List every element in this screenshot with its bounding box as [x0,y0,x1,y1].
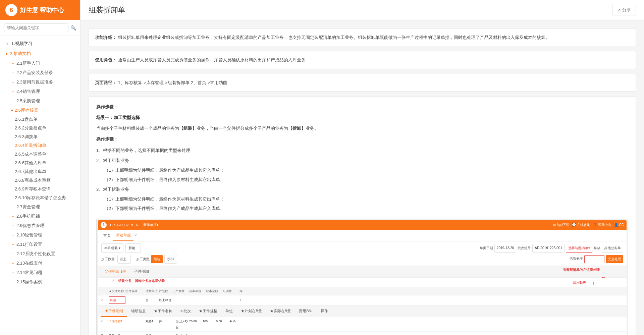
mock-tab-current: 新建单据 [113,230,133,241]
nav-item-finance[interactable]: ＋2.7资金管理 [0,202,80,212]
sidebar: 6 好生意 帮助中心 🔍 ＋ 1.视频学习 ● 2.帮助文档 ＋2.1新手入门 [0,0,80,335]
cr2-check: ☑ [101,333,109,335]
cr2-total: 0.00 [216,333,229,335]
share-button[interactable]: ↗ 分享 [612,5,636,15]
page-title: 组装拆卸单 [89,5,125,15]
step1-item: 1、根据不同的业务，选择不同单据的类型来处理 [96,146,628,156]
mock-top-bar: 6 TEST-H002 ▾ ↻ 新建单据▾ ⊞ App下载 💬 在线咨询 ❓ 帮… [98,220,627,230]
mock-apps-icon: ⊞ App下载 [553,222,569,228]
minus-icon-inventory: ● [11,108,13,113]
mock-warehouse-value [584,255,604,263]
cr2-fee: 100 [203,333,216,335]
role-text: 通常由生产人员或库管人员完成拆装业务的操作，库管人员确认原材料的出库和产成品的入… [118,57,306,62]
plus-icon-coupon: ＋ [11,223,15,228]
nav-item-data-prep[interactable]: ＋2.3使用前数据准备 [0,77,80,87]
nav-item-261[interactable]: 2.6.1盘点单 [0,115,80,124]
nav-item-266[interactable]: 2.6.6其他入库单 [0,159,80,167]
col-ops: 操 [239,288,248,294]
nav-group-header-video[interactable]: ＋ 1.视频学习 [0,39,80,49]
row1-name: 风扇 [109,296,125,304]
plus-icon-data-prep: ＋ [11,79,15,85]
plus-icon-finance: ＋ [11,204,15,209]
nav-item-cases[interactable]: ＋2.15操作案例 [0,277,80,287]
mock-label-batch: 批次组号 [518,245,531,252]
share-icon: ↗ [617,8,621,13]
mock-table-header: ☐ ★父件名称 父件规格 计量单位 计划数 上产数量 成本单价 成本金额 可调量… [98,287,627,295]
mock-nav-tabs: 首页 新建单据 ✕ [98,230,627,241]
nav-item-print[interactable]: ＋2.11打印设置 [0,240,80,249]
nav-item-sales[interactable]: ＋2.4销售管理 [0,87,80,96]
plus-icon-mobile: ＋ [11,214,15,219]
mock-new-doc-btn: 新建单据▾ [141,221,160,229]
col-cost: 成本单价 [189,288,206,294]
plus-icon-sales: ＋ [11,89,15,94]
search-icon[interactable]: 🔍 [70,25,76,31]
col-unit: 计量单位 [146,288,159,294]
expand-icon-help: ● [5,51,8,56]
app-title: 好生意 帮助中心 [20,6,64,14]
intro-label: 功能介绍： [95,35,117,40]
mock-sub-tabs: 父件明细 1件 子件明细 [98,266,627,278]
nav-item-settings[interactable]: ＋2.12系统个性化设置 [0,249,80,259]
nav-item-payment[interactable]: ＋2.13在线支付 [0,259,80,268]
row1-ops: + [239,297,248,303]
nav-item-faq[interactable]: ＋2.14常见问题 [0,268,80,277]
nav-item-coupon[interactable]: ＋2.9优惠券管理 [0,221,80,230]
col-spec: 父件规格 [125,288,146,294]
search-box: 🔍 [0,20,80,36]
mock-annotation-area: 有装配清单的在这里处理 ← 父件明细 1件 子件明细 组装业务、拆卸业务在这里切… [98,266,627,305]
mock-child-row-1: ☑ 子件名称1 规格1 件 (以上×4)/台 20.00 100 0.00 ⊕ … [98,317,627,332]
mock-status-label: 草稿 [594,245,600,252]
mock-top-bar-right: ⊞ App下载 💬 在线咨询 ❓ 帮助中心 👤 CC [553,222,624,228]
mock-process-type: 加工类型 组装 拆卸 [136,255,177,264]
nav-item-264[interactable]: 2.6.4组装拆卸单 [0,141,80,150]
nav-item-269[interactable]: 2.6.9库存账本查询 [0,185,80,193]
nav-item-265[interactable]: 2.6.5成本调整单 [0,150,80,159]
nav-item-mgmt[interactable]: ＋2.10经营管理 [0,230,80,240]
mock-bottom-tabs: ★子件明细 辅助信息 ★子件名称 ≡ 批次 ★子件规格 单位 ★计划在B量 ★实… [98,305,627,317]
cr1-name: 子件名称1 [109,318,129,330]
col-plan-qty: 计划数 [159,288,172,294]
nav-item-263[interactable]: 2.6.3调拨单 [0,132,80,141]
nav-item-268[interactable]: 2.6.8商品成本重算 [0,176,80,185]
plus-icon-payment: ＋ [11,261,15,266]
nav-group-header-help[interactable]: ● 2.帮助文档 [0,49,80,59]
path-box: 页面路径： 1、库存核算->库存管理->组装拆卸单 2、首页->常用功能 [89,74,636,92]
mock-refresh-icon: ↻ [136,222,139,228]
mock-app-title: TEST-H002 [109,221,128,229]
step3-sub: （1）上部明细为父件明细，最终作为原材料生成其它出库单； （2）下部明细为子件明… [96,194,628,213]
search-input[interactable] [4,23,68,32]
plus-icon-new-user: ＋ [11,61,15,66]
mock-date-fields: 单据日期 2019-12-26 批次组号 AD-20191226-001 选择装… [480,244,623,253]
cr1-actual: 20.00 [189,318,203,330]
mock-bottom-tab-sub7: 费用B/U [295,305,316,317]
annotation-enable: 启用处理 [573,279,586,286]
mock-tab-home: 首页 [101,230,113,241]
plus-icon-settings: ＋ [11,251,15,256]
col-name: ★父件名称 [109,288,125,294]
nav-item-mobile[interactable]: ＋2.8手机旺铺 [0,212,80,221]
nav-item-purchase[interactable]: ＋2.5采购管理 [0,96,80,106]
nav-item-inventory[interactable]: ●2.6库存核算 [0,106,80,115]
nav-item-2610[interactable]: 2.6.10库存账本错了怎么办 [0,193,80,202]
plus-icon-print: ＋ [11,242,15,247]
nav-item-262[interactable]: 2.6.2分量盘点单 [0,124,80,132]
logo-icon: 6 [5,4,17,16]
step2-item: 2、对于组装业务 [96,156,628,166]
nav-item-267[interactable]: 2.6.7其他出库单 [0,167,80,176]
cr1-check: ☑ [101,318,109,330]
mock-form-area: 本月组装 ▾ 新建 + 单据日期 2019-12-26 批次组号 AD-2019… [98,241,627,266]
mock-action-btn: 其他业务单 [602,244,623,253]
expand-icon-video: ＋ [5,41,9,47]
annotation-type: 组装业务、拆卸业务在这里切换 [118,278,165,284]
nav-item-install[interactable]: ＋2.2产品安装及登录 [0,68,80,77]
mock-sub-tab-parent: 父件明细 1件 [101,266,130,277]
intro-box: 功能介绍： 组装拆卸单用来处理企业组装或拆卸等加工业务，支持有固定装配清单的产品… [89,29,636,46]
mock-child-rows: 无固定清单可在组装在这里录入 ↓ ☑ 子件名称1 规格1 件 (以上×4)/台 … [98,317,627,335]
plus-icon-install: ＋ [11,70,15,75]
mock-bottom-tab-sub8: 操作 [317,305,332,317]
nav-item-new-user[interactable]: ＋2.1新手入门 [0,59,80,68]
mock-title-dropdown: ▾ [131,221,133,229]
mock-tab-close: ✕ [134,232,137,239]
step3-sub2: （2）下部明细为子件明细，最终作为产成品生成其它入库单。 [104,204,628,213]
